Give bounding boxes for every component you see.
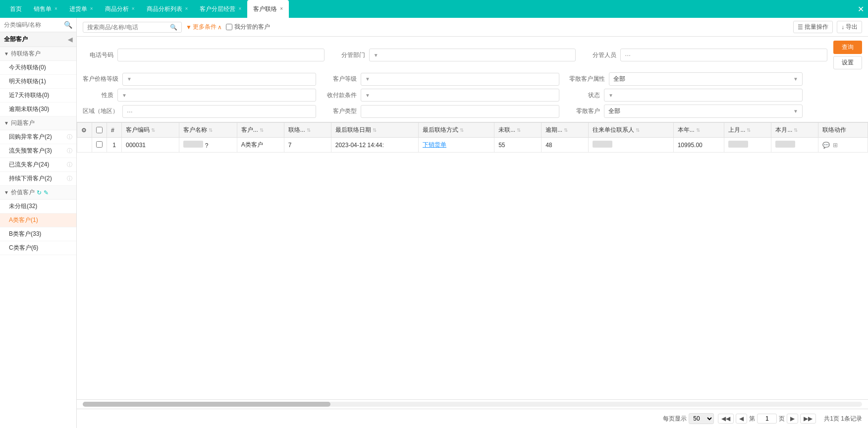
sidebar-group-pending[interactable]: ▼ 待联络客户 (0, 47, 76, 61)
edit-icon[interactable]: ✎ (44, 189, 49, 196)
th-settings[interactable]: ⚙ (77, 123, 92, 138)
sidebar-item-7days[interactable]: 近7天待联络(0) (0, 89, 76, 103)
window-close-button[interactable]: ✕ (858, 4, 864, 14)
customer-type-input[interactable] (361, 105, 559, 118)
refresh-icon[interactable]: ↻ (37, 189, 42, 196)
td-code[interactable]: 000031 (122, 138, 179, 153)
tab-close-4[interactable]: × (238, 0, 241, 18)
sidebar-item-repurchase-abnormal[interactable]: 回购异常客户(2) ⓘ (0, 130, 76, 144)
settings-button[interactable]: 设置 (833, 56, 862, 69)
th-this-year[interactable]: 本年... ⇅ (673, 123, 724, 138)
sidebar-search-input[interactable] (4, 21, 64, 28)
export-button[interactable]: ↓ 导出 (837, 21, 862, 33)
th-overdue[interactable]: 逾期... ⇅ (542, 123, 589, 138)
payment-select[interactable]: ▼ (361, 89, 559, 102)
sort-icon-contact[interactable]: ⇅ (307, 127, 311, 133)
nav-tab-5[interactable]: 客户联络 × (247, 0, 289, 18)
retail-customer-select[interactable]: 全部 ▼ (604, 105, 803, 118)
tab-close-1[interactable]: × (90, 0, 93, 18)
sort-icon-code[interactable]: ⇅ (151, 127, 155, 133)
sidebar-item-class-b[interactable]: B类客户(33) (0, 227, 76, 241)
sort-icon-this-month[interactable]: ⇅ (794, 127, 798, 133)
sidebar-search-icon[interactable]: 🔍 (64, 21, 72, 29)
sidebar-item-overdue[interactable]: 逾期未联络(30) (0, 103, 76, 116)
sidebar-item-unclassified[interactable]: 未分组(32) (0, 200, 76, 214)
status-select[interactable]: ▼ (604, 89, 803, 102)
dept-select[interactable]: ▼ (369, 49, 576, 61)
sidebar-item-declining[interactable]: 持续下滑客户(2) ⓘ (0, 172, 76, 186)
first-page-button[interactable]: ◀◀ (718, 414, 734, 424)
my-customers-checkbox[interactable] (226, 24, 232, 30)
nav-tab-0[interactable]: 销售单 × (28, 0, 63, 18)
query-button[interactable]: 查询 (833, 41, 862, 54)
td-last-method[interactable]: 下销货单 (419, 138, 494, 153)
sidebar-item-class-a[interactable]: A类客户(1) (0, 214, 76, 227)
th-name[interactable]: 客户名称 ⇅ (179, 123, 237, 138)
th-last-month[interactable]: 上月... ⇅ (724, 123, 771, 138)
batch-ops-button[interactable]: ☰ 批量操作 (793, 21, 833, 33)
sidebar-item-lost[interactable]: 已流失客户(24) ⓘ (0, 158, 76, 172)
th-company-contact[interactable]: 往来单位联系人 ⇅ (589, 123, 674, 138)
nature-select[interactable]: ▼ (117, 89, 316, 102)
sidebar-item-lost-warning[interactable]: 流失预警客户(3) ⓘ (0, 144, 76, 158)
tab-close-3[interactable]: × (185, 0, 188, 18)
sidebar-all-customers[interactable]: 全部客户 ◀ (0, 32, 76, 47)
sidebar-collapse-icons[interactable]: ◀ (68, 36, 72, 43)
filter-search-icon[interactable]: 🔍 (170, 24, 177, 31)
retail-attr-select[interactable]: 全部 ▼ (609, 72, 803, 86)
sidebar-group-value[interactable]: ▼ 价值客户 ↻ ✎ (0, 186, 76, 200)
scroll-thumb[interactable] (83, 402, 330, 407)
chat-icon[interactable]: 💬 (822, 142, 830, 149)
sort-icon-last-month[interactable]: ⇅ (747, 127, 751, 133)
td-checkbox[interactable] (92, 138, 107, 153)
th-this-month[interactable]: 本月... ⇅ (771, 123, 818, 138)
scroll-track[interactable] (83, 402, 862, 407)
sidebar-item-class-c[interactable]: C类客户(6) (0, 241, 76, 255)
th-last-contact-method[interactable]: 最后联络方式 ⇅ (419, 123, 494, 138)
th-customer-type[interactable]: 客户... ⇅ (237, 123, 284, 138)
page-input[interactable] (757, 414, 777, 424)
th-code[interactable]: 客户编码 ⇅ (122, 123, 179, 138)
filter-more-button[interactable]: ▼ 更多条件 ∧ (186, 23, 222, 31)
th-contact-count[interactable]: 联络... ⇅ (284, 123, 331, 138)
row-last-method[interactable]: 下销货单 (423, 141, 446, 148)
prev-page-button[interactable]: ◀ (736, 414, 747, 424)
nav-tab-3[interactable]: 商品分析列表 × (141, 0, 194, 18)
tab-close-0[interactable]: × (54, 0, 57, 18)
sort-icon-uncontacted[interactable]: ⇅ (517, 127, 521, 133)
sidebar-group-problem[interactable]: ▼ 问题客户 (0, 116, 76, 130)
th-uncontacted[interactable]: 未联... ⇅ (494, 123, 542, 138)
tab-close-2[interactable]: × (132, 0, 135, 18)
sort-icon-company[interactable]: ⇅ (636, 127, 640, 133)
td-name[interactable]: ? (179, 138, 237, 153)
data-table-wrapper[interactable]: ⚙ # 客户编码 ⇅ (77, 122, 868, 399)
row-checkbox[interactable] (96, 141, 103, 148)
horizontal-scroll-area[interactable] (77, 399, 868, 409)
nav-tab-1[interactable]: 进货单 × (63, 0, 99, 18)
nav-tab-4[interactable]: 客户分层经营 × (194, 0, 247, 18)
sort-icon-year[interactable]: ⇅ (696, 127, 700, 133)
sort-icon-date[interactable]: ⇅ (373, 127, 377, 133)
phone-input[interactable] (117, 49, 325, 61)
sort-icon-method[interactable]: ⇅ (460, 127, 464, 133)
customer-grade-select[interactable]: ▼ (361, 73, 559, 86)
th-checkbox[interactable] (92, 123, 107, 138)
sort-icon-name[interactable]: ⇅ (209, 127, 213, 133)
price-grade-select[interactable]: ▼ (122, 73, 316, 86)
nav-home[interactable]: 首页 (4, 0, 28, 18)
tab-close-5[interactable]: × (280, 0, 283, 18)
select-all-checkbox[interactable] (96, 127, 103, 133)
filter-search-input[interactable] (87, 24, 170, 31)
th-last-contact-date[interactable]: 最后联络日期 ⇅ (331, 123, 418, 138)
nav-tab-2[interactable]: 商品分析 × (99, 0, 141, 18)
sort-icon-type[interactable]: ⇅ (260, 127, 264, 133)
sidebar-item-tomorrow[interactable]: 明天待联络(1) (0, 75, 76, 89)
next-page-button[interactable]: ▶ (787, 414, 798, 424)
manager-input[interactable]: ··· (620, 49, 827, 61)
last-page-button[interactable]: ▶▶ (800, 414, 816, 424)
sort-icon-overdue[interactable]: ⇅ (564, 127, 568, 133)
sidebar-item-today[interactable]: 今天待联络(0) (0, 61, 76, 75)
per-page-select[interactable]: 50 100 200 (689, 413, 714, 424)
grid-icon[interactable]: ⊞ (833, 142, 838, 149)
region-input[interactable]: ··· (122, 105, 316, 118)
